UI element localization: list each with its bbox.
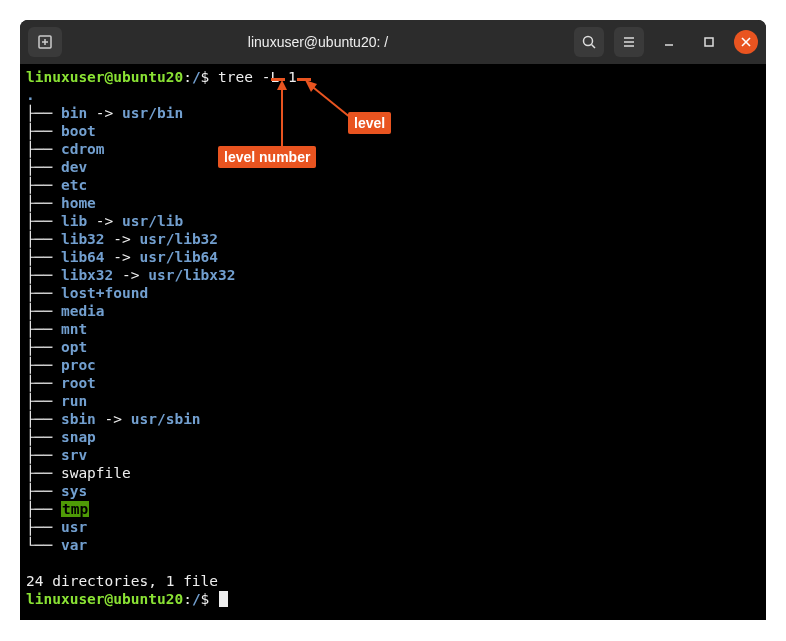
- tree-entry: ├── sys: [26, 482, 760, 500]
- tree-entry: ├── proc: [26, 356, 760, 374]
- tree-entry: ├── boot: [26, 122, 760, 140]
- new-tab-button[interactable]: [28, 27, 62, 57]
- tree-entry: ├── lib64 -> usr/lib64: [26, 248, 760, 266]
- cursor: [219, 591, 228, 607]
- tree-root: .: [26, 86, 760, 104]
- tree-entry: ├── lib -> usr/lib: [26, 212, 760, 230]
- tree-summary: 24 directories, 1 file: [26, 572, 760, 590]
- tree-entry: ├── etc: [26, 176, 760, 194]
- tree-entry: ├── swapfile: [26, 464, 760, 482]
- menu-button[interactable]: [614, 27, 644, 57]
- tree-entry: ├── srv: [26, 446, 760, 464]
- tree-entry: ├── cdrom: [26, 140, 760, 158]
- tree-entry: ├── home: [26, 194, 760, 212]
- tree-entry: ├── run: [26, 392, 760, 410]
- tree-entry: ├── libx32 -> usr/libx32: [26, 266, 760, 284]
- terminal-window: linuxuser@ubuntu20: / linuxuser@ubuntu20…: [20, 20, 766, 620]
- tree-entry: ├── lib32 -> usr/lib32: [26, 230, 760, 248]
- minimize-button[interactable]: [654, 27, 684, 57]
- prompt-path: /: [192, 69, 201, 85]
- svg-point-3: [584, 37, 593, 46]
- tree-entry: └── var: [26, 536, 760, 554]
- tree-entry: ├── root: [26, 374, 760, 392]
- tree-entry: ├── mnt: [26, 320, 760, 338]
- svg-line-4: [592, 45, 596, 49]
- blank-line: [26, 554, 760, 572]
- tree-entry: ├── bin -> usr/bin: [26, 104, 760, 122]
- window-title: linuxuser@ubuntu20: /: [70, 34, 566, 50]
- tree-entry: ├── lost+found: [26, 284, 760, 302]
- tree-entry: ├── media: [26, 302, 760, 320]
- prompt-line-2: linuxuser@ubuntu20:/$: [26, 590, 760, 608]
- tree-entry: ├── dev: [26, 158, 760, 176]
- prompt-line-1: linuxuser@ubuntu20:/$ tree -L 1: [26, 68, 760, 86]
- tree-entry: ├── sbin -> usr/sbin: [26, 410, 760, 428]
- close-button[interactable]: [734, 30, 758, 54]
- tree-entry: ├── opt: [26, 338, 760, 356]
- prompt-user: linuxuser@ubuntu20: [26, 69, 183, 85]
- tree-entry: ├── usr: [26, 518, 760, 536]
- command-text: tree -L 1: [218, 69, 297, 85]
- terminal-body[interactable]: linuxuser@ubuntu20:/$ tree -L 1 . ├── bi…: [20, 64, 766, 620]
- tree-output: ├── bin -> usr/bin├── boot├── cdrom├── d…: [26, 104, 760, 554]
- maximize-button[interactable]: [694, 27, 724, 57]
- titlebar: linuxuser@ubuntu20: /: [20, 20, 766, 64]
- svg-rect-9: [705, 38, 713, 46]
- tree-entry: ├── tmp: [26, 500, 760, 518]
- tree-entry: ├── snap: [26, 428, 760, 446]
- search-button[interactable]: [574, 27, 604, 57]
- prompt-sep1: :: [183, 69, 192, 85]
